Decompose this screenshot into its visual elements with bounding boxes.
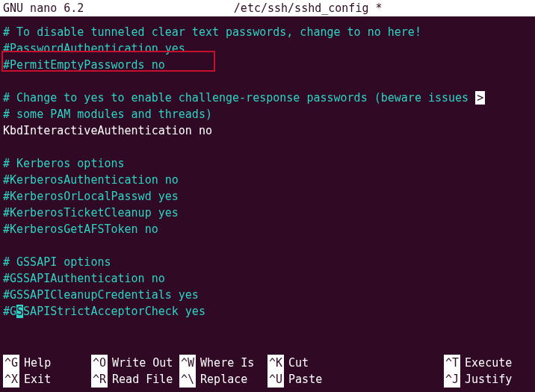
app-name: GNU nano 6.2	[3, 0, 84, 16]
shortcut-writeout[interactable]: ^OWrite Out	[91, 355, 179, 371]
config-line: #KerberosAuthentication no	[3, 173, 179, 187]
shortcut-label: Paste	[288, 371, 322, 388]
shortcut-help[interactable]: ^GHelp	[3, 355, 91, 371]
config-line: #GSSAPIAuthentication no	[3, 272, 165, 285]
key-label: ^X	[3, 371, 19, 388]
key-label: ^R	[91, 371, 108, 388]
key-label: ^\	[179, 371, 196, 388]
shortcut-execute[interactable]: ^TExecute	[444, 355, 532, 371]
key-label: ^J	[444, 371, 460, 388]
shortcut-label: Exit	[24, 371, 51, 388]
line-continuation-indicator: >	[475, 91, 485, 105]
config-line: #PermitEmptyPasswords no	[3, 58, 165, 72]
key-label: ^W	[179, 355, 196, 371]
shortcut-label: Justify	[465, 371, 512, 388]
shortcut-label: Write Out	[112, 355, 173, 371]
shortcut-cut[interactable]: ^KCut	[268, 355, 356, 371]
shortcut-label: Help	[24, 355, 51, 371]
shortcut-label: Replace	[200, 371, 247, 388]
nano-title-bar: GNU nano 6.2 /etc/ssh/sshd_config *	[0, 0, 535, 16]
shortcut-label: Cut	[288, 355, 309, 371]
editor-area[interactable]: # To disable tunneled clear text passwor…	[0, 16, 535, 320]
key-label: ^K	[268, 355, 284, 371]
text-cursor: S	[16, 305, 23, 318]
config-line: #KerberosTicketCleanup yes	[3, 206, 179, 220]
shortcut-justify[interactable]: ^JJustify	[444, 371, 532, 388]
shortcut-label: Read File	[112, 371, 173, 388]
shortcut-bar: ^GHelp ^OWrite Out ^WWhere Is ^KCut ^TEx…	[3, 355, 532, 388]
config-line: # Change to yes to enable challenge-resp…	[3, 91, 475, 105]
shortcut-readfile[interactable]: ^RRead File	[91, 371, 179, 388]
config-line: # GSSAPI options	[3, 255, 111, 269]
config-line: #GSSAPIStrictAcceptorCheck yes	[3, 305, 205, 318]
shortcut-replace[interactable]: ^\Replace	[179, 371, 268, 388]
config-line: #GSSAPICleanupCredentials yes	[3, 288, 199, 302]
key-label: ^G	[3, 355, 19, 371]
config-line-active: KbdInteractiveAuthentication no	[3, 124, 212, 137]
key-label: ^U	[268, 371, 284, 388]
key-label: ^T	[444, 355, 460, 371]
config-line: #KerberosGetAFSToken no	[3, 223, 158, 236]
shortcut-label: Where Is	[200, 355, 254, 371]
config-line: # To disable tunneled clear text passwor…	[3, 25, 421, 39]
key-label: ^O	[91, 355, 108, 371]
config-line: #KerberosOrLocalPasswd yes	[3, 190, 179, 203]
shortcut-exit[interactable]: ^XExit	[3, 371, 91, 388]
file-path: /etc/ssh/sshd_config *	[84, 0, 532, 16]
shortcut-whereis[interactable]: ^WWhere Is	[179, 355, 268, 371]
config-line-password-auth: #PasswordAuthentication yes	[3, 42, 185, 55]
config-line: # some PAM modules and threads)	[3, 108, 212, 121]
shortcut-paste[interactable]: ^UPaste	[268, 371, 356, 388]
shortcut-label: Execute	[465, 355, 512, 371]
config-line: # Kerberos options	[3, 157, 125, 170]
